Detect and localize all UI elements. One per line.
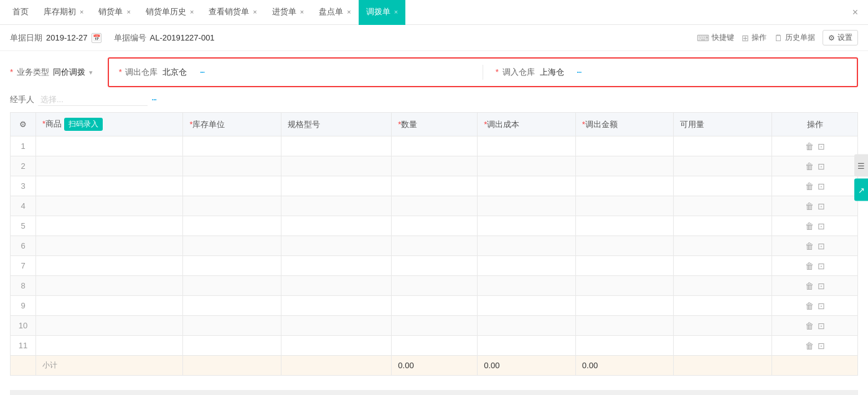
copy-icon[interactable]: ⊡ bbox=[818, 261, 825, 271]
cell-available[interactable] bbox=[674, 296, 772, 316]
cell-product[interactable] bbox=[36, 236, 183, 256]
cell-amount[interactable] bbox=[575, 176, 674, 196]
cell-amount[interactable] bbox=[575, 136, 674, 156]
copy-icon[interactable]: ⊡ bbox=[818, 221, 825, 231]
tab-sales-history[interactable]: 销货单历史 × bbox=[138, 0, 201, 25]
tab-inventory-init[interactable]: 库存期初 × bbox=[36, 0, 91, 25]
cell-cost[interactable] bbox=[478, 276, 576, 296]
cell-spec[interactable] bbox=[281, 276, 392, 296]
cell-cost[interactable] bbox=[478, 296, 576, 316]
transfer-in-ellipsis[interactable]: ··· bbox=[577, 67, 581, 78]
copy-icon[interactable]: ⊡ bbox=[818, 241, 825, 251]
tab-close-sales-history[interactable]: × bbox=[190, 8, 194, 16]
handler-input[interactable] bbox=[38, 93, 148, 106]
cell-unit[interactable] bbox=[183, 236, 281, 256]
cell-product[interactable] bbox=[36, 336, 183, 356]
cell-unit[interactable] bbox=[183, 316, 281, 336]
cell-product[interactable] bbox=[36, 216, 183, 236]
shortcut-button[interactable]: ⌨ 快捷键 bbox=[697, 32, 734, 43]
cell-qty[interactable] bbox=[392, 256, 478, 276]
cell-unit[interactable] bbox=[183, 216, 281, 236]
cell-unit[interactable] bbox=[183, 276, 281, 296]
cell-qty[interactable] bbox=[392, 196, 478, 216]
cell-qty[interactable] bbox=[392, 136, 478, 156]
delete-icon[interactable]: 🗑 bbox=[805, 281, 814, 291]
cell-cost[interactable] bbox=[478, 136, 576, 156]
cell-product[interactable] bbox=[36, 176, 183, 196]
cell-amount[interactable] bbox=[575, 216, 674, 236]
cell-spec[interactable] bbox=[281, 296, 392, 316]
cell-unit[interactable] bbox=[183, 336, 281, 356]
tab-stocktake[interactable]: 盘点单 × bbox=[311, 0, 358, 25]
gear-icon[interactable]: ⚙ bbox=[17, 118, 29, 131]
tab-close-inventory-init[interactable]: × bbox=[80, 8, 83, 16]
delete-icon[interactable]: 🗑 bbox=[805, 141, 814, 151]
cell-product[interactable] bbox=[36, 316, 183, 336]
cell-cost[interactable] bbox=[478, 316, 576, 336]
copy-icon[interactable]: ⊡ bbox=[818, 341, 825, 351]
cell-available[interactable] bbox=[674, 276, 772, 296]
cell-product[interactable] bbox=[36, 156, 183, 176]
copy-icon[interactable]: ⊡ bbox=[818, 301, 825, 311]
copy-icon[interactable]: ⊡ bbox=[818, 161, 825, 171]
cell-cost[interactable] bbox=[478, 196, 576, 216]
cell-unit[interactable] bbox=[183, 296, 281, 316]
cell-product[interactable] bbox=[36, 276, 183, 296]
cell-amount[interactable] bbox=[575, 336, 674, 356]
cell-amount[interactable] bbox=[575, 316, 674, 336]
cell-unit[interactable] bbox=[183, 156, 281, 176]
cell-amount[interactable] bbox=[575, 296, 674, 316]
transfer-in-value[interactable]: 上海仓 bbox=[540, 67, 564, 78]
delete-icon[interactable]: 🗑 bbox=[805, 301, 814, 311]
side-list-button[interactable]: ☰ bbox=[854, 155, 868, 177]
delete-icon[interactable]: 🗑 bbox=[805, 241, 814, 251]
cell-cost[interactable] bbox=[478, 256, 576, 276]
cell-available[interactable] bbox=[674, 216, 772, 236]
tab-close-view-sales[interactable]: × bbox=[253, 8, 257, 16]
cell-amount[interactable] bbox=[575, 196, 674, 216]
delete-icon[interactable]: 🗑 bbox=[805, 201, 814, 211]
cell-qty[interactable] bbox=[392, 316, 478, 336]
cell-unit[interactable] bbox=[183, 136, 281, 156]
cell-cost[interactable] bbox=[478, 236, 576, 256]
transfer-out-value[interactable]: 北京仓 bbox=[163, 67, 187, 78]
cell-qty[interactable] bbox=[392, 236, 478, 256]
calendar-icon[interactable]: 📅 bbox=[92, 33, 101, 43]
cell-unit[interactable] bbox=[183, 176, 281, 196]
cell-spec[interactable] bbox=[281, 256, 392, 276]
cell-amount[interactable] bbox=[575, 156, 674, 176]
side-export-button[interactable]: ↗ bbox=[854, 179, 868, 201]
copy-icon[interactable]: ⊡ bbox=[818, 201, 825, 211]
cell-spec[interactable] bbox=[281, 176, 392, 196]
cell-available[interactable] bbox=[674, 236, 772, 256]
business-type-dropdown-icon[interactable]: ▾ bbox=[89, 69, 93, 77]
cell-product[interactable] bbox=[36, 296, 183, 316]
cell-available[interactable] bbox=[674, 336, 772, 356]
tab-view-sales[interactable]: 查看销货单 × bbox=[201, 0, 264, 25]
cell-available[interactable] bbox=[674, 156, 772, 176]
settings-button[interactable]: ⚙ 设置 bbox=[823, 30, 858, 45]
copy-icon[interactable]: ⊡ bbox=[818, 321, 825, 331]
table-scroll-bar[interactable] bbox=[10, 390, 858, 395]
tab-home[interactable]: 首页 bbox=[5, 0, 36, 25]
copy-icon[interactable]: ⊡ bbox=[818, 141, 825, 151]
cell-amount[interactable] bbox=[575, 236, 674, 256]
tab-transfer[interactable]: 调拨单 × bbox=[359, 0, 405, 25]
cell-cost[interactable] bbox=[478, 176, 576, 196]
scan-button[interactable]: 扫码录入 bbox=[64, 118, 103, 131]
history-button[interactable]: 🗒 历史单据 bbox=[774, 32, 815, 43]
cell-available[interactable] bbox=[674, 316, 772, 336]
cell-spec[interactable] bbox=[281, 336, 392, 356]
cell-cost[interactable] bbox=[478, 216, 576, 236]
cell-spec[interactable] bbox=[281, 156, 392, 176]
cell-qty[interactable] bbox=[392, 216, 478, 236]
cell-product[interactable] bbox=[36, 136, 183, 156]
tab-close-transfer[interactable]: × bbox=[394, 8, 398, 16]
cell-product[interactable] bbox=[36, 196, 183, 216]
cell-cost[interactable] bbox=[478, 336, 576, 356]
cell-available[interactable] bbox=[674, 196, 772, 216]
delete-icon[interactable]: 🗑 bbox=[805, 341, 814, 351]
cell-spec[interactable] bbox=[281, 196, 392, 216]
delete-icon[interactable]: 🗑 bbox=[805, 161, 814, 171]
tab-close-stocktake[interactable]: × bbox=[347, 8, 351, 16]
